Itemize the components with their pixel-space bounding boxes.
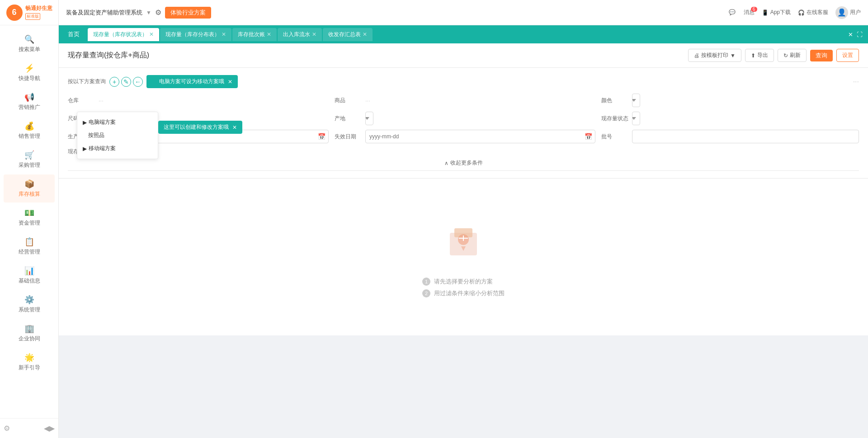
- tooltip-dot: [152, 80, 156, 84]
- template-print-btn[interactable]: 🖨 按模板打印 ▼: [688, 49, 741, 62]
- empty-step-1: 1 请先选择要分析的方案: [422, 276, 505, 287]
- scheme-tree: ▶ 电脑端方案 按照品 ▶ 移动端方案: [77, 112, 158, 159]
- tab-inventory-dist[interactable]: 现存量（库存分布表） ✕: [160, 28, 231, 41]
- empty-step-2: 2 用过滤条件来缩小分析范围: [422, 287, 505, 299]
- sidebar-item-purchase[interactable]: 🛒 采购管理: [4, 146, 55, 174]
- exp-date-label: 失效日期: [335, 133, 362, 141]
- tab-inout-flow[interactable]: 出入库流水 ✕: [278, 28, 322, 41]
- tab-expand-icon[interactable]: ⛶: [857, 31, 863, 38]
- logo-text: 畅通好生意 标准版: [25, 5, 52, 20]
- main-area: 装备及固定资产辅助管理系统 ▼ ⚙ 体验行业方案 💬 6 消息 📱 App下载 …: [59, 0, 868, 438]
- message-icon: 💬: [729, 9, 736, 15]
- stock-status-select[interactable]: [632, 112, 640, 125]
- settings-icon[interactable]: ⚙: [4, 424, 10, 433]
- sidebar-item-basic[interactable]: 📊 基础信息: [4, 261, 55, 289]
- tab-close-4[interactable]: ✕: [363, 31, 367, 38]
- search-btn[interactable]: 查询: [810, 50, 833, 61]
- color-select-wrapper: [632, 94, 859, 107]
- edit-tooltip-close[interactable]: ✕: [232, 124, 237, 131]
- origin-label: 产地: [335, 115, 362, 122]
- origin-select[interactable]: [365, 112, 373, 125]
- scheme-mobile[interactable]: ▶ 移动端方案: [77, 142, 158, 155]
- exp-date-input[interactable]: [365, 130, 595, 143]
- app-download[interactable]: 📱 App下载: [762, 9, 791, 16]
- operations-icon: 📋: [24, 237, 34, 247]
- tab-close-all-icon[interactable]: ✕: [848, 31, 853, 38]
- trial-btn[interactable]: 体验行业方案: [165, 7, 211, 19]
- sidebar-item-search-menu[interactable]: 🔍 搜索菜单: [4, 30, 55, 58]
- filter-dots-top: ···: [853, 78, 859, 86]
- export-icon: ⬆: [751, 52, 755, 59]
- step-num-1: 1: [422, 278, 430, 286]
- collapse-icon-2: ▶: [83, 146, 87, 152]
- filter-label: 按以下方案查询: [68, 78, 106, 85]
- collapse-bar[interactable]: ∧ 收起更多条件: [68, 155, 859, 171]
- sidebar-item-operations[interactable]: 📋 经营管理: [4, 232, 55, 260]
- message-area[interactable]: 💬 6 消息: [729, 9, 754, 16]
- tab-summary[interactable]: 收发存汇总表 ✕: [323, 28, 373, 41]
- reset-btn[interactable]: 设置: [836, 49, 859, 62]
- sidebar-item-guide[interactable]: 🌟 新手引导: [4, 348, 55, 376]
- filter-origin: 产地: [335, 112, 592, 125]
- scheme-tooltip-close[interactable]: ✕: [228, 79, 232, 85]
- user-area[interactable]: 👤 用户: [835, 6, 861, 19]
- collapse-sidebar-icon[interactable]: ◀▶: [44, 424, 55, 433]
- tab-inventory-status[interactable]: 现存量（库存状况表） ✕: [88, 28, 159, 41]
- warehouse-label: 仓库: [68, 97, 95, 104]
- sidebar-item-inventory[interactable]: 📦 库存核算: [4, 174, 55, 203]
- export-btn[interactable]: ⬆ 导出: [745, 49, 774, 62]
- basic-icon: 📊: [24, 266, 34, 276]
- tab-close-3[interactable]: ✕: [312, 31, 316, 38]
- system-icon: ⚙️: [24, 295, 34, 305]
- filter-header: 按以下方案查询 + ✎ ← 电脑方案可设为移动方案哦 ✕ ···: [68, 75, 859, 88]
- collapse-icon: ▶: [83, 119, 87, 126]
- edit-tooltip: 这里可以创建和修改方案哦 ✕: [158, 121, 242, 134]
- filter-batch: 批号: [601, 130, 859, 143]
- scheme-desktop-sub[interactable]: 按照品: [77, 129, 158, 142]
- refresh-icon: ↻: [783, 52, 788, 59]
- purchase-icon: 🛒: [24, 150, 34, 160]
- tab-controls: ✕ ⛶: [844, 31, 866, 38]
- inventory-icon: 📦: [24, 179, 34, 189]
- topbar: 装备及固定资产辅助管理系统 ▼ ⚙ 体验行业方案 💬 6 消息 📱 App下载 …: [59, 0, 868, 25]
- online-support[interactable]: 🎧 在线客服: [798, 9, 828, 16]
- sidebar-item-finance[interactable]: 💵 资金管理: [4, 203, 55, 231]
- page-header: 现存量查询(按仓库+商品) 🖨 按模板打印 ▼ ⬆ 导出 ↻ 刷新 查询 设置: [59, 43, 868, 68]
- filter-stock-status: 现存量状态: [601, 112, 859, 125]
- sidebar-item-marketing[interactable]: 📢 营销推广: [4, 88, 55, 116]
- back-btn[interactable]: ←: [133, 77, 143, 87]
- prod-date-calendar-icon[interactable]: 📅: [318, 133, 326, 140]
- filter-row-4: 现存量（主） —: [68, 148, 859, 155]
- refresh-btn[interactable]: ↻ 刷新: [778, 49, 807, 62]
- exp-date-wrapper: 📅: [365, 130, 592, 143]
- color-select[interactable]: [632, 94, 640, 107]
- topbar-right: 💬 6 消息 📱 App下载 🎧 在线客服 👤 用户: [729, 6, 861, 19]
- sidebar-item-system[interactable]: ⚙️ 系统管理: [4, 290, 55, 318]
- edit-scheme-btn[interactable]: ✎: [121, 77, 131, 87]
- add-scheme-btn[interactable]: +: [109, 77, 119, 87]
- filter-warehouse: 仓库 ···: [68, 94, 326, 107]
- sidebar-item-quick-nav[interactable]: ⚡ 快捷导航: [4, 59, 55, 87]
- empty-steps: 1 请先选择要分析的方案 2 用过滤条件来缩小分析范围: [422, 276, 505, 299]
- tab-close-0[interactable]: ✕: [149, 31, 154, 38]
- filter-color: 颜色: [601, 94, 859, 107]
- batch-input[interactable]: [632, 130, 859, 143]
- tab-close-1[interactable]: ✕: [222, 31, 226, 38]
- sidebar-nav: 🔍 搜索菜单 ⚡ 快捷导航 📢 营销推广 💰 销售管理 🛒 采购管理 📦 库存核…: [0, 25, 58, 418]
- settings-gear-icon[interactable]: ⚙: [155, 8, 161, 17]
- sidebar-item-enterprise[interactable]: 🏢 企业协同: [4, 319, 55, 347]
- sales-icon: 💰: [24, 121, 34, 131]
- marketing-icon: 📢: [24, 92, 34, 102]
- tabbar: 首页 现存量（库存状况表） ✕ 现存量（库存分布表） ✕ 库存批次账 ✕ 出入库…: [59, 25, 868, 43]
- stock-status-select-wrapper: [632, 112, 859, 125]
- avatar: 👤: [835, 6, 848, 19]
- tab-close-2[interactable]: ✕: [267, 31, 271, 38]
- exp-date-calendar-icon[interactable]: 📅: [585, 133, 592, 140]
- scheme-desktop[interactable]: ▶ 电脑端方案: [77, 116, 158, 129]
- print-dropdown-icon: ▼: [730, 52, 736, 59]
- tab-batch-account[interactable]: 库存批次账 ✕: [232, 28, 277, 41]
- sidebar-item-sales[interactable]: 💰 销售管理: [4, 117, 55, 145]
- tab-home[interactable]: 首页: [61, 28, 87, 41]
- sidebar: 6 畅通好生意 标准版 🔍 搜索菜单 ⚡ 快捷导航 📢 营销推广 💰 销售管理 …: [0, 0, 59, 438]
- header-actions: 🖨 按模板打印 ▼ ⬆ 导出 ↻ 刷新 查询 设置: [688, 49, 859, 62]
